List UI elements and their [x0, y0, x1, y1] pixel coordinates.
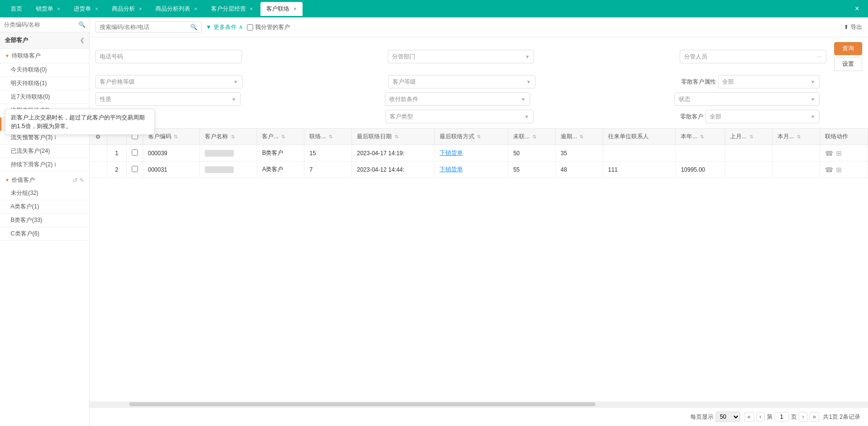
row1-code[interactable]: 000039: [143, 145, 200, 162]
nav-item-sales[interactable]: 销货单 ×: [30, 2, 66, 16]
reload-icon[interactable]: ↺: [73, 177, 77, 184]
row2-more-icon[interactable]: ⊞: [836, 166, 842, 174]
my-customer-checkbox[interactable]: [247, 24, 253, 30]
class-a-item[interactable]: A类客户(1): [0, 200, 89, 214]
lost-customers-item[interactable]: 已流失客户(24): [0, 145, 89, 158]
col-last-contact-date[interactable]: 最后联络日期 ⇅: [352, 129, 435, 145]
sidebar-search-icon[interactable]: 🔍: [78, 21, 86, 28]
row2-contact-icon[interactable]: ☎: [825, 166, 833, 174]
row2-method-link[interactable]: 下销货单: [440, 166, 463, 173]
nav-item-purchase[interactable]: 进货单 ×: [68, 2, 104, 16]
sidebar-search-input[interactable]: [4, 21, 76, 28]
prev-page-button[interactable]: ‹: [756, 412, 765, 422]
value-customer-header[interactable]: ▼ 价值客户 ↺ ✎: [0, 174, 89, 187]
row2-checkbox[interactable]: [132, 166, 138, 172]
this-month-sort-icon: ⇅: [797, 134, 801, 139]
tomorrow-contact-item[interactable]: 明天待联络(1): [0, 77, 89, 90]
payment-field[interactable]: 收付款条件 ▼: [385, 92, 530, 106]
row1-checkbox-cell[interactable]: [126, 145, 143, 162]
edit-icon[interactable]: ✎: [79, 177, 84, 184]
nav-product-analysis-close[interactable]: ×: [139, 6, 142, 12]
col-contact[interactable]: 联络... ⇅: [305, 129, 352, 145]
col-overdue[interactable]: 逾期... ⇅: [556, 129, 603, 145]
nav-customer-contact-close[interactable]: ×: [293, 6, 296, 12]
week-contact-item[interactable]: 近7天待联络(0): [0, 90, 89, 104]
last-page-button[interactable]: »: [809, 412, 820, 422]
dept-field[interactable]: 分管部门 ▼: [388, 50, 534, 63]
row1-type: B类客户: [257, 145, 305, 162]
class-b-item[interactable]: B类客户(33): [0, 214, 89, 227]
waiting-contact-header[interactable]: ▼ 待联络客户: [0, 49, 89, 63]
my-customer-checkbox-container[interactable]: 我分管的客户: [247, 23, 290, 31]
settings-button[interactable]: 设置: [834, 57, 862, 71]
table-body: 1 000039 B类客户: [90, 145, 868, 178]
col-customer-name[interactable]: 客户名称 ⇅: [200, 129, 257, 145]
nav-item-home[interactable]: 首页: [5, 2, 28, 16]
table-header-row: ⚙ 客户编码 ⇅ 客户名称 ⇅: [90, 129, 868, 145]
nav-customer-tier-label: 客户分层经营: [211, 5, 246, 13]
window-close-button[interactable]: ×: [851, 2, 863, 15]
scroll-thumb[interactable]: [129, 402, 595, 406]
table-row: 2 000031 A类客户: [90, 162, 868, 178]
price-level-field[interactable]: 客户价格等级 ▼: [95, 75, 243, 88]
retail-attr-field[interactable]: 全部 ▼: [718, 75, 820, 88]
code-sort-icon: ⇅: [174, 134, 178, 139]
col-company-contact[interactable]: 往来单位联系人: [603, 129, 676, 145]
phone-field[interactable]: 电话号码: [95, 50, 242, 63]
unclassified-item[interactable]: 未分组(32): [0, 187, 89, 200]
row1-last-contact-method[interactable]: 下销货单: [434, 145, 508, 162]
query-button[interactable]: 查询: [834, 42, 862, 55]
col-last-contact-method[interactable]: 最后联络方式 ⇅: [434, 129, 508, 145]
next-page-button[interactable]: ›: [799, 412, 807, 422]
row2-checkbox-cell[interactable]: [126, 162, 143, 178]
page-number-input[interactable]: [775, 412, 789, 422]
today-contact-item[interactable]: 今天待联络(0): [0, 63, 89, 77]
nav-purchase-close[interactable]: ×: [95, 6, 98, 12]
contact-sort-icon: ⇅: [329, 134, 333, 139]
col-uncontacted[interactable]: 未联... ⇅: [508, 129, 556, 145]
per-page-select[interactable]: 10 20 50 100: [716, 411, 740, 422]
row2-name[interactable]: [200, 162, 257, 178]
this-year-sort-icon: ⇅: [700, 134, 704, 139]
customer-type-field[interactable]: 客户类型 ▼: [385, 110, 533, 123]
row2-last-contact-method[interactable]: 下销货单: [434, 162, 508, 178]
status-field[interactable]: 状态 ▼: [674, 92, 820, 106]
per-page-label: 每页显示: [690, 413, 714, 421]
nav-sales-close[interactable]: ×: [57, 6, 60, 12]
horizontal-scrollbar[interactable]: [90, 401, 868, 407]
customer-type-label: 客户类型: [390, 113, 522, 121]
col-this-year[interactable]: 本年... ⇅: [676, 129, 725, 145]
row1-contact-icon[interactable]: ☎: [825, 149, 833, 157]
nav-product-list-close[interactable]: ×: [194, 6, 197, 12]
nav-item-customer-tier[interactable]: 客户分层经营 ×: [205, 2, 259, 16]
row1-more-icon[interactable]: ⊞: [836, 149, 842, 157]
col-this-month[interactable]: 本月... ⇅: [773, 129, 820, 145]
main-search-icon[interactable]: 🔍: [190, 24, 198, 30]
nav-customer-tier-close[interactable]: ×: [250, 6, 253, 12]
nav-item-product-list[interactable]: 商品分析列表 ×: [150, 2, 203, 16]
col-customer-type[interactable]: 客户... ⇅: [257, 129, 305, 145]
continuous-down-item[interactable]: 持续下滑客户(2) ℹ: [0, 158, 89, 172]
gender-field[interactable]: 性质 ▼: [95, 92, 241, 106]
first-page-button[interactable]: «: [744, 412, 754, 422]
customer-level-field[interactable]: 客户等级 ▼: [388, 75, 535, 88]
export-button[interactable]: ⬆ 导出: [844, 23, 862, 31]
row1-method-link[interactable]: 下销货单: [440, 149, 463, 156]
row1-name-blurred: [205, 150, 234, 157]
main-search-input[interactable]: [100, 24, 188, 30]
class-c-item[interactable]: C类客户(6): [0, 227, 89, 241]
row1-checkbox[interactable]: [132, 149, 138, 156]
all-customers-header[interactable]: 全部客户 ❮: [0, 32, 89, 49]
row2-overdue: 48: [556, 162, 603, 178]
col-last-month[interactable]: 上月... ⇅: [725, 129, 773, 145]
nav-item-product-analysis[interactable]: 商品分析 ×: [106, 2, 148, 16]
more-filter-button[interactable]: ▼ 更多条件 ∧: [206, 23, 243, 31]
nav-item-customer-contact[interactable]: 客户联络 ×: [260, 2, 302, 16]
filter-row-4: ··· 客户类型 ▼ 零散客户 全部 ▼: [95, 110, 862, 123]
manager-field[interactable]: 分管人员 ···: [680, 50, 826, 63]
retail-customer-field[interactable]: 全部 ▼: [705, 110, 820, 123]
row2-code[interactable]: 000031: [143, 162, 200, 178]
row1-name[interactable]: [200, 145, 257, 162]
price-level-label: 客户价格等级: [100, 78, 231, 86]
nav-customer-contact-label: 客户联络: [266, 5, 289, 13]
